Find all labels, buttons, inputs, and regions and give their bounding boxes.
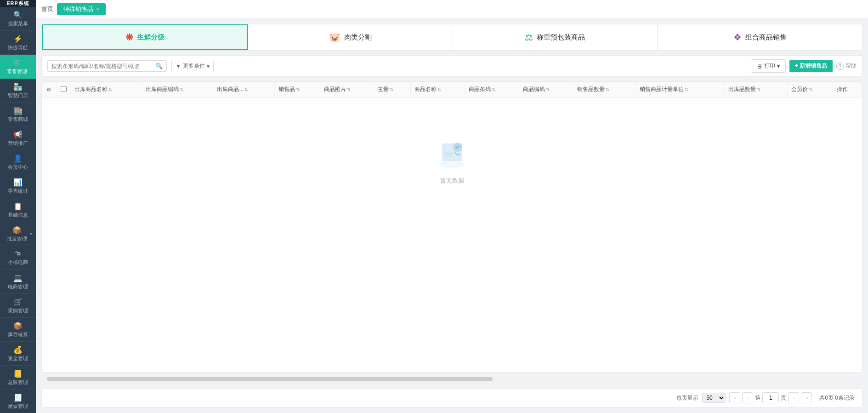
- column-settings-icon: ⚙: [46, 86, 51, 93]
- sort-icon-11[interactable]: ⇅: [685, 87, 688, 92]
- sort-icon-13[interactable]: ⇅: [809, 87, 812, 92]
- th-product-name: 商品名称⇅: [411, 82, 465, 98]
- page-label: 第: [755, 394, 760, 402]
- print-button[interactable]: 🖨 打印 ▾: [751, 59, 786, 73]
- sort-icon-12[interactable]: ⇅: [757, 87, 760, 92]
- table-header-row: ⚙ 出库商品名称⇅ 出库商品编码⇅ 出库商品...⇅: [42, 82, 862, 98]
- home-link[interactable]: 首页: [41, 5, 53, 13]
- sidebar-item-smart-store[interactable]: 🏪 智慧门店: [0, 79, 36, 103]
- sidebar-item-ecom-mgmt[interactable]: 💻 电商管理: [0, 270, 36, 294]
- filter-icon: ▼: [176, 63, 181, 69]
- tab-label-weigh-prepack: 称重预包装商品: [537, 33, 585, 42]
- sort-icon-10[interactable]: ⇅: [606, 87, 609, 92]
- smart-store-icon: 🏪: [13, 82, 23, 91]
- th-sales-product: 销售品⇅: [274, 82, 320, 98]
- search-input[interactable]: [51, 63, 153, 69]
- last-page-button[interactable]: »: [801, 392, 812, 403]
- batch-mgmt-icon: 📦: [12, 226, 22, 235]
- prev-page-button[interactable]: ‹: [742, 392, 753, 403]
- sort-icon-9[interactable]: ⇅: [546, 87, 550, 92]
- th-gear[interactable]: ⚙: [42, 82, 57, 98]
- sidebar-item-label: 资金管理: [8, 355, 28, 362]
- sidebar-item-label: 快捷导航: [8, 44, 28, 51]
- combo-icon: ❖: [733, 32, 742, 43]
- category-tab-meat-cut[interactable]: 🐷 肉类分割: [248, 24, 453, 50]
- filter-arrow-icon: ▾: [207, 63, 210, 69]
- sort-icon-5[interactable]: ⇅: [347, 87, 351, 92]
- mini-ecom-icon: 🛍: [14, 250, 22, 258]
- sort-icon-2[interactable]: ⇅: [180, 87, 183, 92]
- svg-rect-5: [445, 155, 451, 156]
- new-product-button[interactable]: + 新增销售品: [789, 60, 833, 72]
- page-number-input[interactable]: [762, 392, 779, 403]
- sidebar-item-basic-info-1[interactable]: 📋 基础信息: [0, 198, 36, 222]
- sort-icon-7[interactable]: ⇅: [437, 87, 441, 92]
- sort-icon-8[interactable]: ⇅: [492, 87, 495, 92]
- print-arrow-icon: ▾: [777, 63, 780, 69]
- th-member-price: 会员价⇅: [787, 82, 833, 98]
- category-tabs: ❋ 生鲜分级 🐷 肉类分割 ⚖ 称重预包装商品 ❖ 组合商品销售: [41, 24, 862, 51]
- sort-icon[interactable]: ⇅: [108, 87, 112, 92]
- sidebar-item-batch-mgmt[interactable]: 📦 批发管理 ▾: [0, 222, 36, 246]
- filter-button[interactable]: ▼ 更多条件 ▾: [171, 60, 214, 72]
- chevron-down-icon: ▾: [30, 64, 32, 69]
- sidebar-item-label: 小畅电商: [8, 259, 28, 266]
- first-page-button[interactable]: «: [729, 392, 740, 403]
- weigh-prepack-icon: ⚖: [525, 32, 533, 43]
- sidebar-item-retail-stats[interactable]: 📊 零售统计: [0, 174, 36, 198]
- select-all-checkbox[interactable]: [61, 86, 67, 92]
- category-tab-combo[interactable]: ❖ 组合商品销售: [658, 24, 862, 50]
- print-label: 打印: [764, 62, 775, 70]
- category-tab-fresh-grade[interactable]: ❋ 生鲜分级: [42, 24, 248, 50]
- sidebar-item-purchase[interactable]: 🛒 采购管理: [0, 294, 36, 318]
- per-page-select[interactable]: 10 20 50 100: [702, 393, 726, 403]
- sidebar-item-label: 零售管理: [7, 68, 27, 75]
- sidebar-item-label: 零售统计: [8, 188, 28, 195]
- help-label: 帮助: [845, 62, 857, 70]
- empty-text: 暂无数据: [440, 177, 464, 185]
- sidebar-item-marketing[interactable]: 📢 营销推广: [0, 126, 36, 150]
- sidebar-item-member[interactable]: 👤 会员中心: [0, 150, 36, 174]
- help-button[interactable]: ? 帮助: [836, 62, 857, 70]
- empty-state: 暂无数据: [42, 98, 862, 222]
- search-menu-icon: 🔍: [13, 11, 23, 19]
- sidebar-item-retail-mall[interactable]: 🏬 零售商城: [0, 103, 36, 126]
- sidebar-item-ledger[interactable]: 📒 总账管理: [0, 366, 36, 390]
- sidebar-item-label: 营销推广: [8, 140, 28, 147]
- sort-icon-3[interactable]: ⇅: [244, 87, 248, 92]
- retail-stats-icon: 📊: [13, 178, 23, 187]
- quick-nav-icon: ⚡: [13, 34, 23, 43]
- page-suffix: 页: [781, 394, 786, 402]
- sidebar-item-label: 批发管理: [7, 235, 27, 242]
- page-body: ❋ 生鲜分级 🐷 肉类分割 ⚖ 称重预包装商品 ❖ 组合商品销售 🔍: [36, 18, 868, 413]
- horizontal-scrollbar[interactable]: [47, 377, 857, 381]
- sort-icon-6[interactable]: ⇅: [390, 87, 393, 92]
- th-product-barcode: 商品条码⇅: [465, 82, 519, 98]
- basic-info-1-icon: 📋: [13, 202, 23, 211]
- th-checkbox[interactable]: [57, 82, 70, 98]
- search-icon[interactable]: 🔍: [155, 63, 163, 69]
- next-page-button[interactable]: ›: [788, 392, 799, 403]
- sidebar-item-quick-nav[interactable]: ⚡ 快捷导航: [0, 31, 36, 55]
- th-sales-qty-unit: 销售商品计量单位⇅: [636, 82, 725, 98]
- sidebar-item-inventory[interactable]: 📦 库存核算: [0, 318, 36, 342]
- sidebar-item-invoice[interactable]: 🧾 发票管理: [0, 390, 36, 413]
- th-product-code: 商品编码⇅: [519, 82, 573, 98]
- tab-close-button[interactable]: ×: [96, 6, 99, 12]
- per-page-label: 每页显示: [676, 394, 698, 402]
- tab-label-meat-cut: 肉类分割: [344, 33, 372, 42]
- active-tab[interactable]: 特殊销售品 ×: [57, 3, 106, 15]
- sort-icon-4[interactable]: ⇅: [296, 87, 300, 92]
- sidebar-item-finance[interactable]: 💰 资金管理: [0, 342, 36, 366]
- sidebar-item-label: 采购管理: [8, 307, 28, 314]
- sidebar-item-retail-mgmt[interactable]: 🛒 零售管理 ▾: [0, 55, 36, 79]
- sidebar-item-search-menu[interactable]: 🔍 搜索菜单: [0, 7, 36, 31]
- tab-label-fresh-grade: 生鲜分级: [137, 33, 165, 42]
- sidebar-item-mini-ecom[interactable]: 🛍 小畅电商: [0, 246, 36, 270]
- help-circle-icon: ?: [836, 63, 844, 70]
- ecom-mgmt-icon: 💻: [13, 274, 23, 282]
- sidebar-item-label: 总账管理: [8, 379, 28, 386]
- category-tab-weigh-prepack[interactable]: ⚖ 称重预包装商品: [453, 24, 658, 50]
- sidebar-item-label: 搜索菜单: [8, 20, 28, 27]
- scrollbar-thumb[interactable]: [47, 377, 493, 381]
